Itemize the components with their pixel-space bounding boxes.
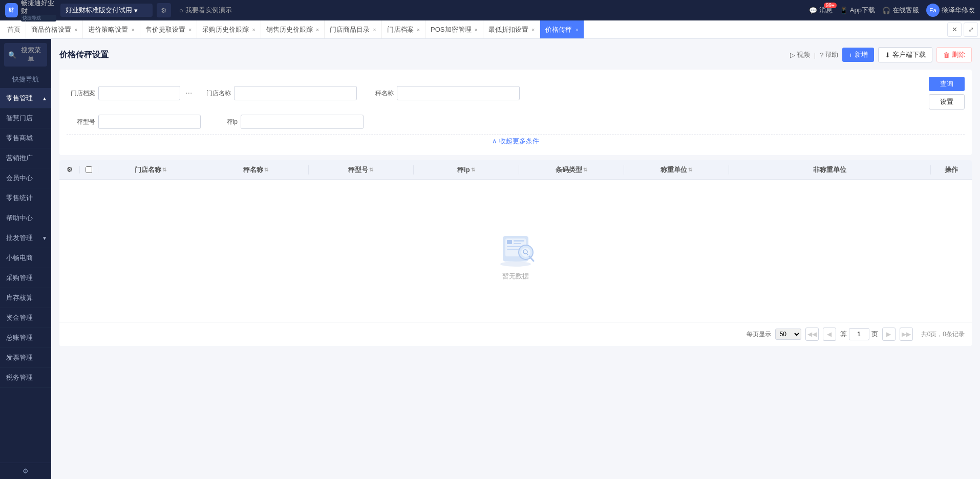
app-download-button[interactable]: 📱 App下载 (840, 6, 875, 15)
close-icon[interactable]: × (74, 27, 77, 33)
collapse-button[interactable]: ∧ 收起更多条件 (67, 134, 965, 148)
help-icon: ? (820, 51, 823, 59)
add-label: 新增 (855, 50, 868, 59)
select-all-checkbox[interactable] (86, 166, 92, 173)
sidebar-item-member[interactable]: 会员中心 (0, 168, 51, 188)
sidebar-item-online-store[interactable]: 零售商城 (0, 128, 51, 148)
tab-price-scale[interactable]: 价格传秤 × (540, 20, 584, 39)
sidebar-bottom-settings[interactable]: ⚙ (0, 463, 51, 479)
more-options-icon[interactable]: ··· (183, 89, 194, 98)
page-title: 价格传秤设置 (59, 50, 109, 60)
sidebar-item-retail[interactable]: 零售管理 ▲ (0, 89, 51, 108)
messages-button[interactable]: 💬 消息 99+ (809, 6, 833, 15)
close-icon[interactable]: × (188, 27, 191, 33)
sidebar-item-tax-label: 税务管理 (6, 373, 33, 382)
close-icon[interactable]: × (417, 27, 420, 33)
sidebar-item-wholesale[interactable]: 批发管理 ▼ (0, 228, 51, 248)
sidebar-item-marketing[interactable]: 营销推广 (0, 148, 51, 168)
scale-ip-input[interactable] (241, 115, 364, 129)
sidebar-item-retail-stats[interactable]: 零售统计 (0, 188, 51, 208)
download-label: 客户端下载 (892, 50, 926, 59)
sidebar-item-inventory[interactable]: 库存核算 (0, 288, 51, 308)
app-label: App下载 (850, 6, 875, 15)
close-icon[interactable]: × (475, 27, 478, 33)
tab-store-archive[interactable]: 门店档案 × (382, 20, 425, 39)
top-bar: 财 畅捷通好业财 快捷导航 好业财标准版交付试用 ▾ ⚙ ○ 我要看实例演示 💬… (0, 0, 980, 20)
sort-icon[interactable]: ⇅ (264, 167, 268, 172)
close-icon[interactable]: × (316, 27, 319, 33)
demo-button[interactable]: ○ 我要看实例演示 (179, 6, 232, 15)
sort-icon[interactable]: ⇅ (583, 167, 587, 172)
tab-purchase-strategy[interactable]: 进价策略设置 × (83, 20, 140, 39)
table-header: ⚙ 门店名称 ⇅ 秤名称 ⇅ 秤型号 ⇅ 秤ip (59, 160, 972, 180)
last-page-button[interactable]: ▶▶ (900, 328, 913, 341)
prev-page-button[interactable]: ◀ (823, 328, 836, 341)
tab-purchase-history[interactable]: 采购历史价跟踪 × (197, 20, 261, 39)
close-icon[interactable]: × (531, 27, 535, 33)
store-name-input[interactable] (234, 86, 357, 100)
sidebar-item-finance[interactable]: 资金管理 (0, 308, 51, 328)
delete-button[interactable]: 🗑 删除 (936, 47, 972, 62)
user-button[interactable]: Ea 徐泽华修改 (926, 4, 975, 17)
app-icon: 📱 (840, 7, 848, 14)
separator: | (814, 51, 816, 59)
download-button[interactable]: ⬇ 客户端下载 (878, 47, 932, 62)
sidebar-item-tax[interactable]: 税务管理 (0, 368, 51, 388)
settings-gear-button[interactable]: ⚙ (157, 3, 171, 17)
scale-type-input[interactable] (98, 115, 201, 129)
sidebar-item-invoice[interactable]: 发票管理 (0, 348, 51, 368)
sidebar-item-wholesale-label: 批发管理 (6, 233, 33, 243)
th-barcode-type: 条码类型 ⇅ (519, 165, 624, 175)
system-selector[interactable]: 好业财标准版交付试用 ▾ (60, 4, 153, 17)
store-archive-input[interactable] (98, 86, 180, 100)
page-number-input[interactable] (849, 328, 869, 340)
expand-tab-button[interactable]: ⤢ (964, 23, 978, 37)
close-icon[interactable]: × (575, 27, 578, 33)
sort-icon[interactable]: ⇅ (162, 167, 166, 172)
close-icon[interactable]: × (131, 27, 134, 33)
th-store-name: 门店名称 ⇅ (98, 165, 203, 175)
sort-icon[interactable]: ⇅ (688, 167, 692, 172)
tab-min-discount[interactable]: 最低折扣设置 × (483, 20, 540, 39)
top-bar-left: 财 畅捷通好业财 快捷导航 好业财标准版交付试用 ▾ ⚙ ○ 我要看实例演示 (5, 0, 232, 21)
th-settings[interactable]: ⚙ (59, 166, 80, 173)
page-size-select[interactable]: 50 10 20 100 (775, 329, 801, 340)
close-tab-button[interactable]: ✕ (947, 23, 962, 37)
messages-badge: 99+ (824, 3, 837, 8)
tab-sale-price-label: 售价提取设置 (145, 25, 185, 34)
sidebar-item-purchase[interactable]: 采购管理 (0, 268, 51, 288)
first-page-button[interactable]: ◀◀ (805, 328, 819, 341)
search-menu-button[interactable]: 🔍 搜索菜单 (4, 43, 47, 67)
page-info: 算 页 (840, 328, 878, 340)
quick-nav-button[interactable]: 快捷导航 (0, 71, 51, 89)
pagination: 每页显示 50 10 20 100 ◀◀ ◀ 算 页 ▶ ▶▶ 共0页，0条记录 (59, 322, 972, 346)
sort-icon[interactable]: ⇅ (471, 167, 475, 172)
sidebar-item-ecom[interactable]: 小畅电商 (0, 248, 51, 268)
th-weight-unit: 称重单位 ⇅ (624, 165, 729, 175)
video-link[interactable]: ▷ 视频 (790, 50, 810, 59)
app-logo-icon: 财 (5, 3, 18, 17)
th-barcode-type-label: 条码类型 (556, 165, 582, 175)
sidebar-item-smart-store[interactable]: 智慧门店 (0, 108, 51, 128)
next-page-button[interactable]: ▶ (882, 328, 896, 341)
tab-price-settings[interactable]: 商品价格设置 × (26, 20, 83, 39)
sidebar-item-ledger[interactable]: 总账管理 (0, 328, 51, 348)
online-service-button[interactable]: 🎧 在线客服 (882, 6, 919, 15)
tab-sale-history[interactable]: 销售历史价跟踪 × (261, 20, 325, 39)
th-scale-name: 秤名称 ⇅ (203, 165, 308, 175)
tab-sale-price[interactable]: 售价提取设置 × (140, 20, 197, 39)
tab-store-catalog[interactable]: 门店商品目录 × (325, 20, 381, 39)
sidebar-item-help[interactable]: 帮助中心 (0, 208, 51, 228)
column-settings-icon[interactable]: ⚙ (67, 166, 73, 173)
tab-pos-manage[interactable]: POS加密管理 × (425, 20, 483, 39)
add-button[interactable]: + 新增 (842, 48, 874, 62)
help-link[interactable]: ? 帮助 (820, 50, 838, 59)
system-selector-label: 好业财标准版交付试用 (66, 6, 132, 15)
sort-icon[interactable]: ⇅ (369, 167, 373, 172)
close-icon[interactable]: × (252, 27, 255, 33)
query-button[interactable]: 查询 (929, 77, 965, 91)
scale-name-input[interactable] (397, 86, 520, 100)
close-icon[interactable]: × (373, 27, 376, 33)
tab-home[interactable]: 首页 (2, 20, 26, 39)
settings-button[interactable]: 设置 (929, 94, 965, 110)
